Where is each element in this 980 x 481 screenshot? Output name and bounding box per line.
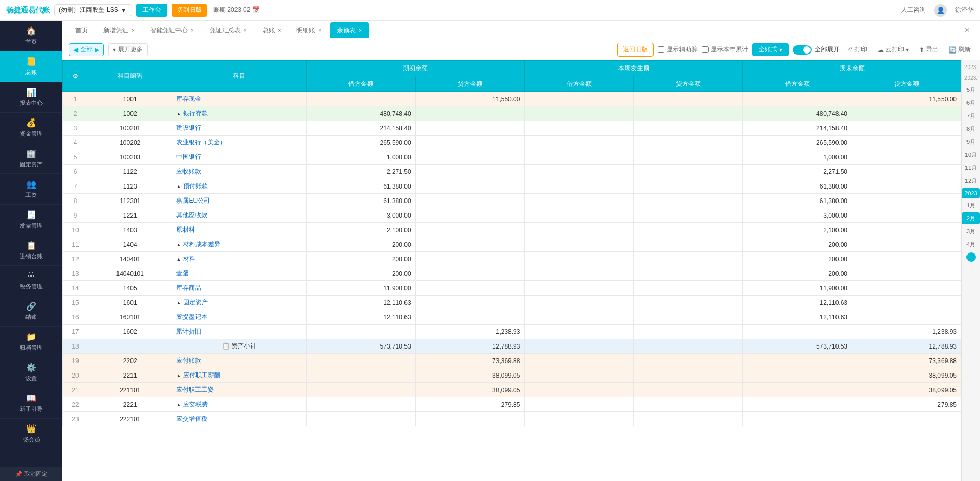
print-button[interactable]: 🖨 打印 [844,44,870,56]
company-dropdown-icon: ▼ [121,7,127,14]
sidebar-item-invoice[interactable]: 🧾 发票管理 [0,205,62,235]
cell-no: 5 [63,150,88,165]
sidebar-label-home: 首页 [25,38,37,46]
all-filter-label: 全部 [80,45,93,54]
period-8[interactable]: 8月 [962,123,980,135]
th-current-period: 本期发生额 [525,61,743,76]
sidebar-label-assets: 固定资产 [20,161,43,168]
all-filter-button[interactable]: ◀ 全部 ▶ [69,43,104,56]
cell-eb-credit: 38,099.05 [852,383,961,397]
tab-balance-sheet[interactable]: 余额表 × [330,22,369,38]
cell-ob-credit [415,121,525,136]
show-year-checkbox[interactable] [702,46,709,53]
cell-no: 8 [63,194,88,208]
cell-name: 胶提墨记本 [172,310,306,325]
tab-balance-sheet-close[interactable]: × [359,28,362,33]
cell-cur-credit [634,325,743,339]
export-button[interactable]: ⬆ 导出 [916,44,942,56]
expand-all-toggle[interactable] [793,45,812,55]
sidebar-item-home[interactable]: 🏠 首页 [0,21,62,51]
cell-ob-credit [415,208,525,223]
period-year-2023[interactable]: 2023 [962,188,980,198]
th-cur-debit: 借方金额 [525,76,634,92]
period-11[interactable]: 11月 [962,162,980,174]
cell-ob-credit: 38,099.05 [415,368,525,383]
period-5[interactable]: 5月 [962,84,980,96]
return-old-version-button[interactable]: 返回旧版 [617,43,654,57]
sidebar-item-closing[interactable]: 🔗 结账 [0,296,62,327]
sidebar-item-member[interactable]: 👑 畅会员 [0,419,62,449]
sidebar-item-salary[interactable]: 👥 工资 [0,174,62,205]
cell-no: 15 [63,296,88,310]
sidebar-item-ledger[interactable]: 📒 总账 [0,51,62,82]
tab-home[interactable]: 首页 [69,22,95,38]
period-calendar-icon[interactable]: 📅 [252,6,260,14]
switch-old-version-button[interactable]: 切到旧版 [172,4,207,17]
workbench-button[interactable]: 工作台 [136,4,167,17]
cell-eb-credit [852,121,961,136]
sidebar-bottom-pin[interactable]: 📌 取消固定 [0,467,62,481]
cell-no: 19 [63,354,88,368]
sidebar-item-settings[interactable]: ⚙️ 设置 [0,357,62,388]
cell-eb-credit [852,252,961,266]
tab-new-voucher-close[interactable]: × [132,28,135,33]
tab-general-ledger[interactable]: 总账 × [256,22,288,38]
company-selector[interactable]: (勿删）江西股垒-LSS ▼ [54,4,132,16]
cloud-print-dropdown: ▾ [906,46,909,54]
sidebar-item-archive[interactable]: 📁 归档管理 [0,327,62,357]
refresh-button[interactable]: 🔄 刷新 [946,44,974,56]
cell-ob-credit [415,150,525,165]
tab-detail-ledger-close[interactable]: × [318,28,321,33]
cell-code: 2221 [88,397,172,412]
cell-eb-debit: 61,380.00 [743,194,852,208]
period-10[interactable]: 10月 [962,149,980,161]
close-all-tabs[interactable]: × [961,25,974,35]
sidebar-item-reports[interactable]: 📊 报表中心 [0,82,62,113]
period-4[interactable]: 4月 [962,238,980,250]
cell-name: 应付职工工资 [172,383,306,397]
all-filter-arrow: ◀ [73,46,78,54]
expand-more-button[interactable]: ▾ 展开更多 [108,43,148,56]
sidebar-item-assets[interactable]: 🏢 固定资产 [0,143,62,174]
cell-cur-credit [634,310,743,325]
balance-table-container: ⚙ 科目编码 科目 期初余额 本期发生额 期末余额 借方金额 贷方金额 借方金额… [62,60,961,481]
period-1[interactable]: 1月 [962,199,980,211]
period-3[interactable]: 3月 [962,225,980,237]
home-icon: 🏠 [26,26,36,36]
th-settings[interactable]: ⚙ [63,61,88,92]
ai-consult-link[interactable]: 人工咨询 [901,6,926,15]
cell-no: 9 [63,208,88,223]
period-7[interactable]: 7月 [962,110,980,122]
tab-detail-ledger[interactable]: 明细账 × [290,22,328,38]
cell-cur-credit [634,150,743,165]
period-9[interactable]: 9月 [962,136,980,148]
sidebar-item-finance[interactable]: 💰 资金管理 [0,113,62,143]
cell-name: 累计折旧 [172,325,306,339]
th-eb-debit: 借方金额 [743,76,852,92]
period-2[interactable]: 2月 [962,212,980,224]
period-12[interactable]: 12月 [962,175,980,187]
cell-code: 1002 [88,106,172,121]
cell-code [88,339,172,354]
cell-code: 222101 [88,412,172,426]
period-6[interactable]: 6月 [962,97,980,109]
top-bar: 畅捷通易代账 (勿删）江西股垒-LSS ▼ 工作台 切到旧版 账期 2023-0… [0,0,980,21]
tab-new-voucher[interactable]: 新增凭证 × [97,22,141,38]
cell-ob-debit: 573,710.53 [306,339,415,354]
cloud-print-button[interactable]: ☁ 云打印 ▾ [874,44,912,56]
tab-general-ledger-close[interactable]: × [278,28,281,33]
tab-voucher-summary[interactable]: 凭证汇总表 × [203,22,254,38]
expand-all-toggle-group: 全部展开 [793,45,840,55]
sidebar-item-guide[interactable]: 📖 新手引导 [0,388,62,419]
cell-ob-debit: 61,380.00 [306,179,415,194]
cell-ob-credit [415,252,525,266]
tab-bar: 首页 新增凭证 × 智能凭证中心 × 凭证汇总表 × 总账 × 明细账 × [62,21,980,39]
cell-ob-credit [415,194,525,208]
tab-smart-voucher[interactable]: 智能凭证中心 × [143,22,201,38]
show-aux-checkbox[interactable] [658,46,664,53]
tab-smart-voucher-close[interactable]: × [191,28,194,33]
sidebar-item-tax[interactable]: 🏛 税务管理 [0,266,62,296]
tab-voucher-summary-close[interactable]: × [244,28,247,33]
full-style-button[interactable]: 全账式 ▾ [752,43,789,56]
sidebar-item-purchase[interactable]: 📋 进销台账 [0,235,62,266]
